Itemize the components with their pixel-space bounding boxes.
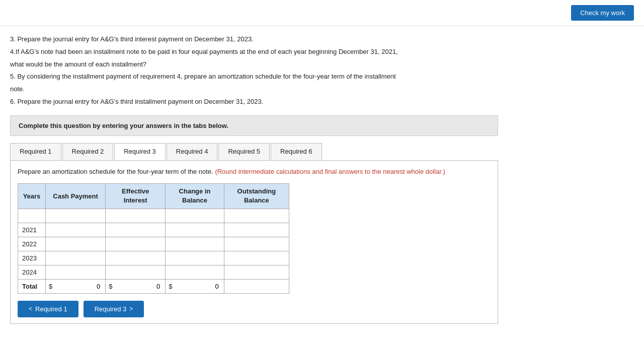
header-years: Years — [18, 184, 46, 209]
header-effective-interest: Effective Interest — [106, 184, 166, 209]
cash-input-2022[interactable] — [49, 240, 102, 248]
outstanding-empty[interactable] — [224, 209, 289, 223]
change-empty[interactable] — [166, 209, 224, 223]
outstanding-input-2022[interactable] — [227, 240, 286, 248]
cash-empty[interactable] — [46, 209, 106, 223]
change-2023[interactable] — [166, 251, 224, 265]
effective-2022[interactable] — [106, 237, 166, 251]
top-bar: Check my work — [0, 0, 644, 26]
nav-buttons: < Required 1 Required 3 > — [18, 301, 491, 317]
outstanding-2023[interactable] — [224, 251, 289, 265]
outstanding-input-empty[interactable] — [227, 212, 286, 220]
effective-empty[interactable] — [106, 209, 166, 223]
outstanding-2024[interactable] — [224, 265, 289, 279]
cash-2023[interactable] — [46, 251, 106, 265]
instructions: 3. Prepare the journal entry for A&G's t… — [10, 34, 543, 107]
tab-instruction-normal: Prepare an amortization schedule for the… — [18, 168, 213, 175]
dollar-sign-cash: $ — [49, 283, 52, 290]
instruction-box-text: Complete this question by entering your … — [19, 122, 228, 129]
effective-total: $ — [106, 279, 166, 293]
prev-button[interactable]: < Required 1 — [18, 301, 78, 317]
next-button-label: Required 3 — [95, 305, 127, 313]
effective-input-total[interactable] — [113, 283, 162, 290]
header-change-in-balance: Change in Balance — [166, 184, 224, 209]
year-2022: 2022 — [18, 237, 46, 251]
tab-required-5[interactable]: Required 5 — [218, 143, 270, 160]
tab-instruction-red: (Round intermediate calculations and fin… — [215, 168, 445, 175]
check-my-work-button[interactable]: Check my work — [571, 5, 634, 21]
table-row-total: Total $ $ — [18, 279, 289, 293]
cash-2024[interactable] — [46, 265, 106, 279]
effective-input-2022[interactable] — [109, 240, 162, 248]
table-row-2021: 2021 — [18, 223, 289, 237]
change-input-2024[interactable] — [169, 268, 221, 276]
dollar-sign-effective: $ — [109, 283, 112, 290]
effective-input-2024[interactable] — [109, 268, 162, 276]
table-row-2022: 2022 — [18, 237, 289, 251]
effective-input-2023[interactable] — [109, 254, 162, 262]
effective-2023[interactable] — [106, 251, 166, 265]
cash-input-2024[interactable] — [49, 268, 102, 276]
instruction-line-5a: 5. By considering the installment paymen… — [10, 72, 543, 82]
next-button[interactable]: Required 3 > — [84, 301, 144, 317]
instruction-line-3: 3. Prepare the journal entry for A&G's t… — [10, 34, 543, 45]
cash-input-2023[interactable] — [49, 254, 102, 262]
prev-button-label: Required 1 — [35, 305, 67, 313]
change-2021[interactable] — [166, 223, 224, 237]
change-input-2023[interactable] — [169, 254, 221, 262]
table-row-empty — [18, 209, 289, 223]
year-total: Total — [18, 279, 46, 293]
year-2024: 2024 — [18, 265, 46, 279]
outstanding-2021[interactable] — [224, 223, 289, 237]
outstanding-2022[interactable] — [224, 237, 289, 251]
change-input-2021[interactable] — [169, 226, 221, 234]
year-2021: 2021 — [18, 223, 46, 237]
main-content: 3. Prepare the journal entry for A&G's t… — [0, 26, 644, 334]
change-total: $ — [166, 279, 224, 293]
year-empty — [18, 209, 46, 223]
instruction-line-5b: note. — [10, 84, 543, 95]
tab-required-2[interactable]: Required 2 — [62, 143, 114, 160]
dollar-sign-change: $ — [169, 283, 172, 290]
tab-required-1[interactable]: Required 1 — [10, 143, 61, 160]
cash-input-empty[interactable] — [49, 212, 102, 220]
tab-required-6[interactable]: Required 6 — [271, 143, 322, 160]
tabs-row: Required 1 Required 2 Required 3 Require… — [10, 143, 498, 160]
tab-required-4[interactable]: Required 4 — [167, 143, 218, 160]
instruction-line-4b: what would be the amount of each install… — [10, 59, 543, 70]
instruction-line-6: 6. Prepare the journal entry for A&G's t… — [10, 97, 543, 107]
cash-input-total[interactable] — [53, 283, 102, 290]
effective-input-2021[interactable] — [109, 226, 162, 234]
change-input-total[interactable] — [174, 283, 221, 290]
table-row-2024: 2024 — [18, 265, 289, 279]
change-input-2022[interactable] — [169, 240, 221, 248]
tabs-container: Required 1 Required 2 Required 3 Require… — [10, 143, 498, 324]
effective-2021[interactable] — [106, 223, 166, 237]
cash-2021[interactable] — [46, 223, 106, 237]
cash-2022[interactable] — [46, 237, 106, 251]
year-2023: 2023 — [18, 251, 46, 265]
outstanding-input-2021[interactable] — [227, 226, 286, 234]
outstanding-total[interactable] — [224, 279, 289, 293]
header-outstanding-balance: Outstanding Balance — [224, 184, 289, 209]
outstanding-input-total[interactable] — [227, 283, 286, 290]
next-arrow-icon: > — [129, 305, 133, 312]
amortization-table: Years Cash Payment Effective Interest Ch… — [18, 183, 289, 293]
effective-2024[interactable] — [106, 265, 166, 279]
table-row-2023: 2023 — [18, 251, 289, 265]
change-2022[interactable] — [166, 237, 224, 251]
instruction-box: Complete this question by entering your … — [10, 115, 498, 136]
cash-input-2021[interactable] — [49, 226, 102, 234]
change-2024[interactable] — [166, 265, 224, 279]
outstanding-input-2023[interactable] — [227, 254, 286, 262]
change-input-empty[interactable] — [169, 212, 221, 220]
cash-total: $ — [46, 279, 106, 293]
tab-content: Prepare an amortization schedule for the… — [10, 160, 498, 324]
prev-arrow-icon: < — [29, 305, 32, 312]
tab-instruction: Prepare an amortization schedule for the… — [18, 167, 491, 177]
outstanding-input-2024[interactable] — [227, 268, 286, 276]
instruction-line-4a: 4.If A&G's note had been an installment … — [10, 47, 543, 57]
header-cash-payment: Cash Payment — [46, 184, 106, 209]
effective-input-empty[interactable] — [109, 212, 162, 220]
tab-required-3[interactable]: Required 3 — [114, 143, 166, 160]
